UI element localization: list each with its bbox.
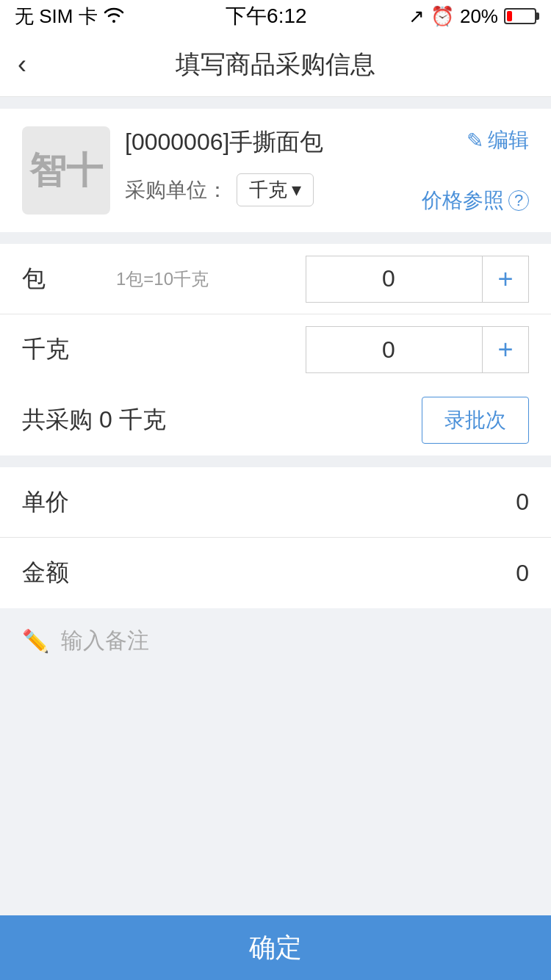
kg-label: 千克 <box>22 334 110 366</box>
back-button[interactable]: ‹ <box>18 49 26 80</box>
total-amount: 0 <box>99 406 112 433</box>
unit-label: 采购单位： <box>125 176 228 204</box>
status-bar: 无 SIM 卡 下午6:12 ↗ ⏰ 20% <box>0 0 551 32</box>
pencil-icon: ✏️ <box>22 628 49 654</box>
edit-button[interactable]: ✎ 编辑 <box>467 126 529 154</box>
page-title: 填写商品采购信息 <box>176 48 375 82</box>
total-unit: 千克 <box>119 406 166 433</box>
amount-row: 金额 0 <box>0 538 551 608</box>
bao-row: 包 1包=10千克 + <box>0 244 551 314</box>
amount-value: 0 <box>516 560 529 587</box>
unit-price-value: 0 <box>516 489 529 516</box>
nav-bar: ‹ 填写商品采购信息 <box>0 32 551 97</box>
bao-plus-button[interactable]: + <box>482 256 529 303</box>
kg-plus-button[interactable]: + <box>482 326 529 373</box>
total-row: 共采购 0 千克 录批次 <box>0 385 551 455</box>
note-input[interactable]: 输入备注 <box>61 626 149 656</box>
wifi-icon <box>104 5 124 28</box>
total-text: 共采购 0 千克 <box>22 404 166 436</box>
separator-1 <box>0 97 551 109</box>
edit-icon: ✎ <box>467 129 483 153</box>
product-thumbnail: 智十 <box>22 126 110 215</box>
status-right: ↗ ⏰ 20% <box>408 5 536 28</box>
bao-input[interactable] <box>306 256 482 303</box>
unit-select[interactable]: 千克 ▾ <box>237 173 314 206</box>
batch-button[interactable]: 录批次 <box>422 397 529 444</box>
bao-sublabel: 1包=10千克 <box>116 267 209 291</box>
product-card: 智十 [0000006]手撕面包 采购单位： 千克 ▾ ✎ 编辑 价格参照 ? <box>0 109 551 232</box>
bao-input-group: + <box>306 256 529 303</box>
battery-icon <box>504 8 536 24</box>
amount-label: 金额 <box>22 557 69 589</box>
confirm-button[interactable]: 确定 <box>0 915 551 980</box>
battery-percent: 20% <box>460 5 498 28</box>
status-left: 无 SIM 卡 <box>15 4 124 29</box>
kg-input-group: + <box>306 326 529 373</box>
separator-3 <box>0 455 551 467</box>
bao-label: 包 <box>22 263 110 295</box>
unit-price-label: 单价 <box>22 486 69 519</box>
product-thumb-text: 智十 <box>29 152 103 189</box>
input-section: 包 1包=10千克 + 千克 + <box>0 244 551 385</box>
status-time: 下午6:12 <box>226 2 307 30</box>
unit-price-row: 单价 0 <box>0 467 551 538</box>
kg-input[interactable] <box>306 326 482 373</box>
price-ref-button[interactable]: 价格参照 ? <box>422 187 529 215</box>
carrier-text: 无 SIM 卡 <box>15 4 98 29</box>
location-icon: ↗ <box>408 5 425 28</box>
help-icon: ? <box>508 190 529 211</box>
dropdown-icon: ▾ <box>292 179 301 201</box>
price-section: 单价 0 金额 0 <box>0 467 551 608</box>
note-section[interactable]: ✏️ 输入备注 <box>0 608 551 674</box>
kg-row: 千克 + <box>0 314 551 385</box>
alarm-icon: ⏰ <box>431 5 454 28</box>
separator-2 <box>0 232 551 244</box>
